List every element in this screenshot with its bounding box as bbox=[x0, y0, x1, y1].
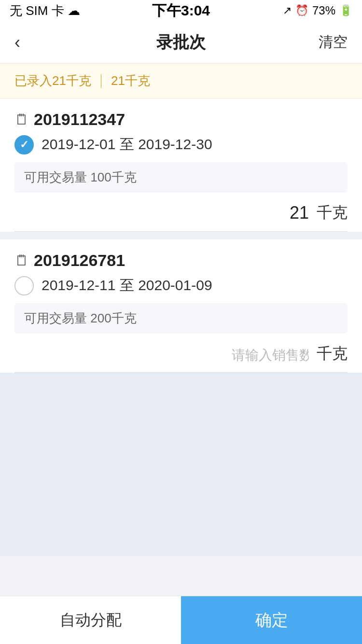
batch-header-1: 🗒 2019112347 bbox=[14, 110, 348, 129]
batch-id-2: 2019126781 bbox=[34, 251, 125, 270]
batch-avail-1: 可用交易量 100千克 bbox=[14, 162, 348, 193]
batch-date-row-1: 2019-12-01 至 2019-12-30 bbox=[14, 135, 348, 154]
doc-icon-2: 🗒 bbox=[14, 252, 29, 269]
sim-label: 无 SIM 卡 ☁ bbox=[10, 2, 80, 19]
status-time: 下午3:04 bbox=[152, 1, 210, 21]
info-total: 21千克 bbox=[111, 72, 150, 89]
confirm-button[interactable]: 确定 bbox=[181, 596, 362, 644]
batch-item-2: 🗒 2019126781 2019-12-11 至 2020-01-09 可用交… bbox=[0, 239, 362, 373]
batch-item-1: 🗒 2019112347 2019-12-01 至 2019-12-30 可用交… bbox=[0, 98, 362, 232]
batch-date-1: 2019-12-01 至 2019-12-30 bbox=[42, 135, 212, 154]
nav-bar: ‹ 录批次 清空 bbox=[0, 21, 362, 64]
bottom-space bbox=[0, 373, 362, 556]
alarm-icon: ⏰ bbox=[295, 4, 308, 17]
location-icon: ↗ bbox=[283, 4, 292, 17]
battery-icon: 🔋 bbox=[339, 4, 352, 17]
batch-quantity-input-1[interactable] bbox=[232, 203, 309, 223]
batch-avail-2: 可用交易量 200千克 bbox=[14, 303, 348, 334]
status-right: ↗ ⏰ 73% 🔋 bbox=[283, 4, 352, 17]
info-banner: 已录入21千克 21千克 bbox=[0, 64, 362, 98]
page-title: 录批次 bbox=[156, 31, 206, 54]
status-bar: 无 SIM 卡 ☁ 下午3:04 ↗ ⏰ 73% 🔋 bbox=[0, 0, 362, 21]
back-button[interactable]: ‹ bbox=[14, 32, 20, 53]
batch-quantity-input-2[interactable] bbox=[232, 344, 309, 364]
info-divider bbox=[101, 74, 101, 88]
section-sep-1 bbox=[0, 232, 362, 239]
radio-1[interactable] bbox=[14, 135, 34, 154]
content-wrap: 🗒 2019112347 2019-12-01 至 2019-12-30 可用交… bbox=[0, 98, 362, 604]
batch-date-row-2: 2019-12-11 至 2020-01-09 bbox=[14, 276, 348, 295]
unit-label-1: 千克 bbox=[317, 202, 348, 224]
batch-date-2: 2019-12-11 至 2020-01-09 bbox=[42, 276, 212, 295]
footer: 自动分配 确定 bbox=[0, 596, 362, 644]
doc-icon-1: 🗒 bbox=[14, 112, 29, 128]
auto-distribute-button[interactable]: 自动分配 bbox=[0, 596, 181, 644]
info-entered: 已录入21千克 bbox=[14, 72, 91, 89]
radio-2[interactable] bbox=[14, 276, 34, 295]
batch-id-1: 2019112347 bbox=[34, 110, 125, 129]
unit-label-2: 千克 bbox=[317, 343, 348, 364]
batch-input-row-2: 千克 bbox=[14, 334, 348, 372]
status-left: 无 SIM 卡 ☁ bbox=[10, 2, 80, 19]
batch-input-row-1: 千克 bbox=[14, 193, 348, 231]
battery-label: 73% bbox=[312, 4, 335, 17]
batch-header-2: 🗒 2019126781 bbox=[14, 251, 348, 270]
clear-button[interactable]: 清空 bbox=[319, 32, 348, 52]
